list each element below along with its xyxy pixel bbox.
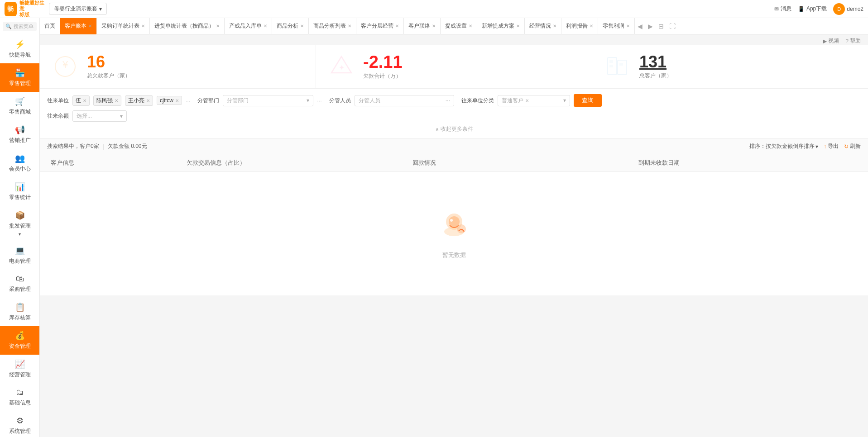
tab-close-icon[interactable]: ✕ — [300, 24, 304, 28]
category-input[interactable]: 普通客户 ✕ ▾ — [498, 95, 570, 106]
refresh-button[interactable]: ↻ 刷新 — [844, 142, 861, 150]
tab-close-icon[interactable]: ✕ — [432, 24, 436, 28]
user-menu[interactable]: D demo2 — [833, 3, 863, 15]
logo-area: 畅 畅捷通好生意 标版 — [5, 0, 44, 18]
stat-total-customers: 131 总客户（家） — [592, 45, 868, 88]
tab-close-icon[interactable]: ✕ — [395, 24, 399, 28]
tab-nav-left[interactable]: ◀ — [635, 23, 645, 30]
tab-nav-menu[interactable]: ⊟ — [656, 23, 667, 30]
video-icon: ▶ — [823, 38, 827, 44]
sidebar-item-finance[interactable]: 💰 资金管理 — [0, 326, 39, 355]
tab-close-icon[interactable]: ✕ — [88, 24, 92, 28]
tab-customer-tier[interactable]: 客户分层经营 ✕ — [356, 18, 404, 34]
message-button[interactable]: ✉ 消息 — [774, 5, 791, 13]
search-menu-button[interactable]: 🔍 搜索菜单 — [3, 22, 37, 31]
tab-close-icon[interactable]: ✕ — [141, 24, 145, 28]
manager-filter-label: 分管人员 — [329, 97, 351, 104]
tab-nav-right[interactable]: ▶ — [645, 23, 656, 30]
balance-input[interactable]: 选择... ▾ — [72, 110, 127, 122]
tab-close-icon[interactable]: ✕ — [348, 24, 351, 28]
debt-total-icon: ✦ — [327, 52, 356, 81]
tab-close-icon[interactable]: ✕ — [216, 24, 220, 28]
app-download-button[interactable]: 📱 App下载 — [798, 5, 827, 13]
tab-profit-report[interactable]: 利润报告 ✕ — [561, 18, 598, 34]
result-bar: 搜索结果中，客户0家 | 欠款金额 0.00元 排序：按欠款金额倒序排序 ▾ ↑… — [40, 139, 868, 154]
tab-add-commission[interactable]: 新增提成方案 ✕ — [477, 18, 525, 34]
total-customers-value[interactable]: 131 — [639, 54, 672, 70]
sidebar-item-marketing[interactable]: 📢 营销推广 — [0, 120, 39, 149]
tab-close-icon[interactable]: ✕ — [626, 24, 630, 28]
tab-close-icon[interactable]: ✕ — [553, 24, 556, 28]
help-link[interactable]: ? 帮助 — [845, 37, 861, 45]
sidebar-item-purchase[interactable]: 🛍 采购管理 — [0, 270, 39, 298]
total-customers-icon — [603, 52, 632, 81]
sidebar-item-base-info[interactable]: 🗂 基础信息 — [0, 383, 39, 411]
category-tag[interactable]: 普通客户 ✕ — [502, 97, 529, 104]
empty-state: 暂无数据 — [40, 172, 868, 295]
tab-fullscreen[interactable]: ⛶ — [667, 23, 678, 30]
tab-product-analysis-list[interactable]: 商品分析列表 ✕ — [309, 18, 356, 34]
remove-tag-cj[interactable]: ✕ — [175, 98, 179, 103]
tab-purchase-stat[interactable]: 进货单统计表（按商品） ✕ — [150, 18, 225, 34]
unit-tag-cj[interactable]: cjttcw ✕ — [157, 96, 182, 105]
sidebar-item-wholesale[interactable]: 📦 批发管理 ▾ — [0, 206, 39, 241]
unit-tag-wang[interactable]: 王小亮 ✕ — [125, 95, 153, 106]
table-header: 客户信息 欠款交易信息（占比） 回款情况 到期未收款日期 — [40, 154, 868, 172]
debt-customers-value: 16 — [87, 54, 130, 70]
tab-purchase-order[interactable]: 采购订单统计表 ✕ — [97, 18, 150, 34]
svg-point-12 — [457, 224, 466, 233]
sidebar-item-retail-mall[interactable]: 🛒 零售商城 — [0, 92, 39, 120]
tab-close-icon[interactable]: ✕ — [590, 24, 593, 28]
empty-icon — [436, 208, 472, 246]
tab-product-inbound[interactable]: 产成品入库单 ✕ — [225, 18, 272, 34]
remove-tag-chen[interactable]: ✕ — [115, 98, 118, 103]
manager-input[interactable]: 分管人员 ··· — [355, 95, 454, 106]
sort-button[interactable]: 排序：按欠款金额倒序排序 ▾ — [749, 142, 818, 150]
tab-operations[interactable]: 经营情况 ✕ — [525, 18, 561, 34]
filter-more-button[interactable]: ... — [186, 97, 190, 104]
sidebar-item-member[interactable]: 👥 会员中心 — [0, 149, 39, 177]
manager-dropdown-icon: ··· — [446, 97, 450, 104]
sidebar-item-quick-nav[interactable]: ⚡ 快捷导航 — [0, 35, 39, 63]
remove-tag-wang[interactable]: ✕ — [146, 98, 150, 103]
tab-customer-contact[interactable]: 客户联络 ✕ — [404, 18, 441, 34]
svg-text:¥: ¥ — [62, 59, 68, 70]
unit-tag-wu[interactable]: 伍 ✕ — [72, 95, 90, 106]
dept-clear[interactable]: ··· — [317, 97, 322, 104]
sidebar-item-retail[interactable]: 🏪 零售管理 — [0, 63, 39, 92]
account-selector[interactable]: 母婴行业演示账套 ▾ — [49, 3, 107, 15]
sidebar-item-inventory[interactable]: 📋 库存核算 — [0, 298, 39, 326]
tab-bar: 首页 客户账本 ✕ 采购订单统计表 ✕ 进货单统计表（按商品） ✕ 产成品入库单… — [40, 18, 868, 34]
tab-retail-profit[interactable]: 零售利润 ✕ — [598, 18, 635, 34]
tab-close-icon[interactable]: ✕ — [469, 24, 472, 28]
tab-customer-account[interactable]: 客户账本 ✕ — [60, 18, 97, 34]
remove-tag-wu[interactable]: ✕ — [83, 98, 86, 103]
query-button[interactable]: 查询 — [574, 94, 602, 107]
remove-category-tag[interactable]: ✕ — [525, 98, 529, 103]
debt-total-value[interactable]: -2.11 — [363, 53, 403, 71]
tab-home[interactable]: 首页 — [40, 18, 60, 34]
debt-amount-text: 欠款金额 0.00元 — [108, 142, 147, 150]
logo-text: 畅捷通好生意 标版 — [19, 0, 44, 18]
video-link[interactable]: ▶ 视频 — [823, 37, 839, 45]
dept-dropdown-icon: ▾ — [307, 97, 309, 104]
dept-input[interactable]: 分管部门 ▾ — [223, 95, 313, 106]
arrow-icon: ▾ — [19, 232, 21, 237]
svg-text:✦: ✦ — [339, 64, 345, 71]
page-help: ▶ 视频 ? 帮助 — [40, 34, 868, 45]
export-button[interactable]: ↑ 导出 — [824, 142, 839, 150]
category-filter-label: 往来单位分类 — [461, 97, 494, 104]
tab-product-analysis[interactable]: 商品分析 ✕ — [272, 18, 309, 34]
tab-close-icon[interactable]: ✕ — [264, 24, 267, 28]
collapse-button[interactable]: ∧ 收起更多条件 — [435, 125, 473, 133]
collapse-icon: ∧ — [435, 126, 439, 133]
sidebar-item-retail-stats[interactable]: 📊 零售统计 — [0, 177, 39, 206]
sidebar-item-operations[interactable]: 📈 经营管理 — [0, 355, 39, 383]
sidebar-item-ecommerce[interactable]: 💻 电商管理 — [0, 241, 39, 270]
tab-commission-settings[interactable]: 提成设置 ✕ — [441, 18, 477, 34]
balance-dropdown-icon: ▾ — [120, 113, 123, 119]
unit-tag-chen[interactable]: 陈民强 ✕ — [93, 95, 121, 106]
export-icon: ↑ — [824, 143, 826, 150]
sidebar-item-system[interactable]: ⚙ 系统管理 — [0, 411, 39, 437]
tab-close-icon[interactable]: ✕ — [516, 24, 520, 28]
